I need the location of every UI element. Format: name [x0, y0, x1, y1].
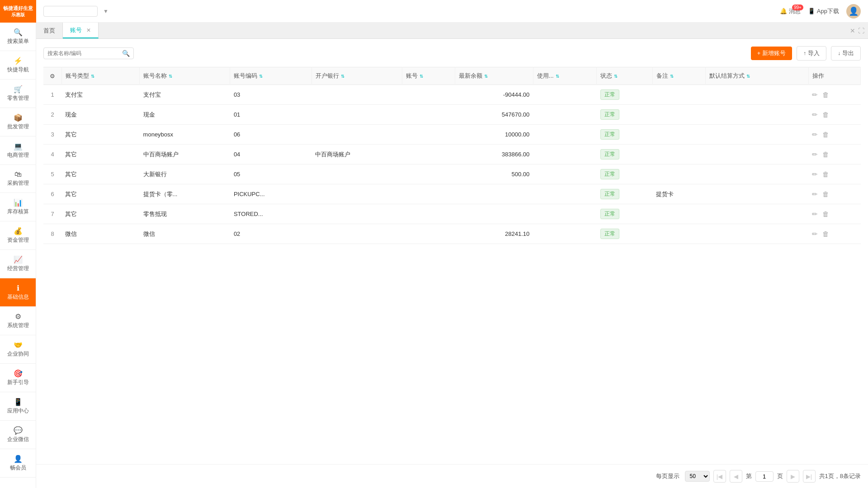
tab-maximize-icon[interactable]: ⛶	[858, 27, 864, 34]
row-account	[402, 145, 455, 164]
sidebar-item-label: 企业微信	[2, 436, 34, 443]
delete-icon[interactable]: 🗑	[822, 131, 829, 138]
page-prev-btn[interactable]: ◀	[730, 470, 742, 483]
delete-icon[interactable]: 🗑	[822, 170, 829, 178]
delete-icon[interactable]: 🗑	[822, 150, 829, 158]
edit-icon[interactable]: ✏	[812, 170, 818, 178]
sidebar-item-ecommerce[interactable]: 💻 电商管理	[0, 136, 36, 165]
sidebar-item-purchase[interactable]: 🛍 采购管理	[0, 165, 36, 193]
top-search-input[interactable]	[43, 6, 98, 17]
finance-icon: 💰	[2, 227, 34, 235]
per-page-label: 每页显示	[656, 472, 679, 480]
tab-close-icon[interactable]: ✕	[86, 27, 91, 33]
user-avatar[interactable]: 👤	[846, 4, 861, 19]
import-icon: ↑	[803, 50, 806, 56]
tab-minimize-icon[interactable]: ✕	[850, 27, 855, 34]
row-balance: -90444.00	[455, 85, 533, 105]
col-status[interactable]: 状态 ⇅	[597, 67, 653, 85]
dropdown-arrow-icon[interactable]: ▼	[103, 8, 108, 14]
delete-icon[interactable]: 🗑	[822, 210, 829, 218]
sidebar-item-label: 系统管理	[2, 322, 34, 329]
table-row: 4 其它 中百商场账户 04 中百商场账户 383866.00 正常 ✏ 🗑	[43, 145, 861, 164]
col-balance[interactable]: 最新余额 ⇅	[455, 67, 533, 85]
col-account[interactable]: 账号 ⇅	[402, 67, 455, 85]
sidebar-item-operations[interactable]: 📈 经营管理	[0, 250, 36, 278]
col-code[interactable]: 账号编码 ⇅	[230, 67, 311, 85]
col-bank[interactable]: 开户银行 ⇅	[311, 67, 402, 85]
notification-button[interactable]: 🔔 消息 99+	[780, 7, 801, 15]
row-balance: 547670.00	[455, 105, 533, 125]
sort-icon-bank: ⇅	[341, 74, 344, 79]
sidebar-item-shortcuts[interactable]: ⚡ 快捷导航	[0, 51, 36, 80]
sidebar-item-collab[interactable]: 🤝 企业协同	[0, 335, 36, 364]
page-number-input[interactable]	[755, 471, 774, 482]
pagination-bar: 每页显示 50 100 200 |◀ ◀ 第 页 ▶ ▶| 共1页，8条记录	[36, 464, 868, 488]
sidebar-item-label: 应用中心	[2, 407, 34, 415]
row-usage	[533, 125, 596, 145]
row-usage	[533, 105, 596, 125]
row-balance: 383866.00	[455, 145, 533, 164]
sidebar-item-label: 基础信息	[2, 293, 34, 301]
add-account-button[interactable]: + 新增账号	[751, 47, 792, 60]
sort-icon-type: ⇅	[91, 74, 94, 79]
delete-icon[interactable]: 🗑	[822, 91, 829, 99]
sidebar-item-basic-info[interactable]: ℹ 基础信息	[0, 278, 36, 307]
edit-icon[interactable]: ✏	[812, 190, 818, 198]
sidebar-item-appstore[interactable]: 📱 应用中心	[0, 392, 36, 421]
sidebar-item-wechat-work[interactable]: 💬 企业微信	[0, 421, 36, 449]
row-bank: 中百商场账户	[311, 145, 402, 164]
col-name[interactable]: 账号名称 ⇅	[140, 67, 230, 85]
accounts-table: ⚙ 账号类型 ⇅ 账号名称 ⇅	[43, 67, 861, 244]
import-button[interactable]: ↑ 导入	[797, 46, 826, 61]
tab-accounts[interactable]: 账号 ✕	[63, 23, 99, 38]
col-remark-sort: 备注 ⇅	[656, 72, 674, 80]
sidebar-item-system[interactable]: ⚙ 系统管理	[0, 307, 36, 335]
delete-icon[interactable]: 🗑	[822, 190, 829, 198]
edit-icon[interactable]: ✏	[812, 230, 818, 238]
delete-icon[interactable]: 🗑	[822, 230, 829, 238]
sidebar-item-guide[interactable]: 🎯 新手引导	[0, 364, 36, 392]
row-balance: 500.00	[455, 164, 533, 184]
col-type[interactable]: 账号类型 ⇅	[61, 67, 140, 85]
sidebar-item-inventory[interactable]: 📊 库存核算	[0, 193, 36, 221]
col-usage[interactable]: 使用... ⇅	[533, 67, 596, 85]
search-icon: 🔍	[122, 50, 130, 57]
sidebar-item-wholesale[interactable]: 📦 批发管理	[0, 108, 36, 136]
col-remark[interactable]: 备注 ⇅	[652, 67, 705, 85]
row-remark	[652, 85, 705, 105]
sidebar-item-finance[interactable]: 💰 资金管理	[0, 221, 36, 250]
edit-icon[interactable]: ✏	[812, 210, 818, 218]
tab-home[interactable]: 首页	[36, 23, 63, 38]
per-page-select[interactable]: 50 100 200	[685, 471, 710, 482]
mobile-icon: 📱	[808, 8, 815, 14]
row-index: 3	[43, 125, 61, 145]
page-next-btn[interactable]: ▶	[787, 470, 799, 483]
row-index: 4	[43, 145, 61, 164]
edit-icon[interactable]: ✏	[812, 91, 818, 99]
page-first-btn[interactable]: |◀	[713, 470, 726, 483]
delete-icon[interactable]: 🗑	[822, 111, 829, 118]
edit-icon[interactable]: ✏	[812, 111, 818, 119]
sidebar-item-search[interactable]: 🔍 搜索菜单	[0, 23, 36, 51]
row-code: STORED...	[230, 204, 311, 224]
sidebar-item-label: 资金管理	[2, 236, 34, 244]
edit-icon[interactable]: ✏	[812, 150, 818, 159]
page-last-btn[interactable]: ▶|	[803, 470, 816, 483]
row-name: 支付宝	[140, 85, 230, 105]
edit-icon[interactable]: ✏	[812, 131, 818, 139]
ecommerce-icon: 💻	[2, 142, 34, 150]
row-remark	[652, 145, 705, 164]
row-remark	[652, 105, 705, 125]
search-input[interactable]	[47, 50, 122, 56]
export-button[interactable]: ↓ 导出	[831, 46, 861, 61]
row-bank	[311, 85, 402, 105]
sort-icon-account: ⇅	[420, 74, 423, 79]
app-download-button[interactable]: 📱 App下载	[808, 7, 839, 15]
row-type: 其它	[61, 145, 140, 164]
header-right: 🔔 消息 99+ 📱 App下载 👤	[780, 4, 861, 19]
col-settings[interactable]: ⚙	[43, 67, 61, 85]
sidebar-item-membership[interactable]: 👤 畅会员	[0, 449, 36, 478]
row-usage	[533, 145, 596, 164]
col-default-payment[interactable]: 默认结算方式 ⇅	[705, 67, 808, 85]
sidebar-item-retail[interactable]: 🛒 零售管理	[0, 80, 36, 108]
